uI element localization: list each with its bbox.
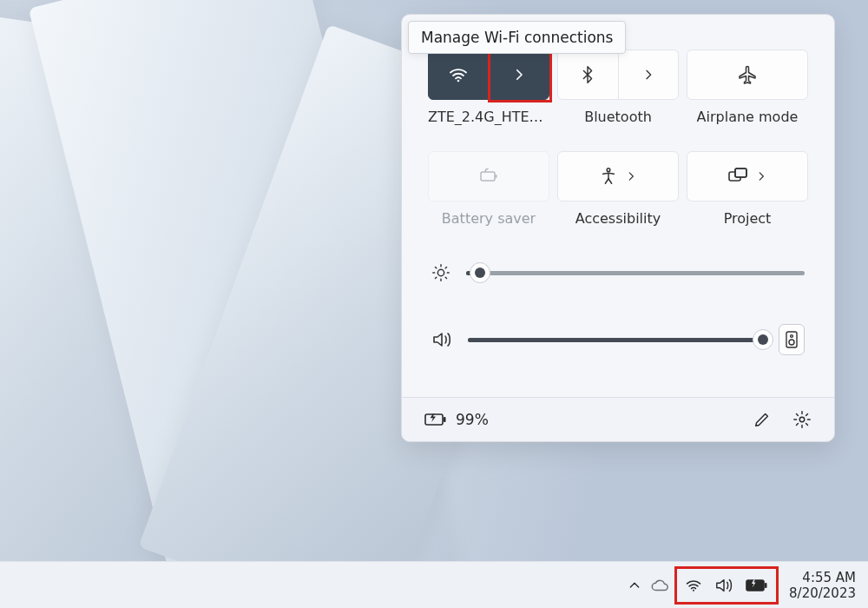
accessibility-icon xyxy=(599,167,618,186)
brightness-slider[interactable] xyxy=(466,271,805,275)
svg-point-9 xyxy=(791,335,793,338)
bluetooth-tile[interactable] xyxy=(557,50,679,100)
chevron-right-icon xyxy=(641,68,655,82)
settings-button[interactable] xyxy=(792,410,812,429)
panel-footer: 99% xyxy=(402,397,834,441)
battery-saver-label: Battery saver xyxy=(442,210,536,227)
svg-rect-16 xyxy=(765,583,767,588)
speaker-select-icon xyxy=(785,330,799,349)
wifi-tile-label: ZTE_2.4G_HTE9xV xyxy=(428,109,549,125)
clock-time: 4:55 AM xyxy=(802,570,856,585)
taskbar-clock[interactable]: 4:55 AM 8/20/2023 xyxy=(789,570,856,601)
tile-row-2: Battery saver Accessibility xyxy=(428,151,808,227)
volume-icon xyxy=(714,577,733,594)
pencil-icon xyxy=(753,410,772,429)
brightness-row xyxy=(431,263,805,282)
svg-point-10 xyxy=(789,340,794,345)
airplane-icon xyxy=(737,64,758,85)
clock-date: 8/20/2023 xyxy=(789,585,856,601)
battery-text: 99% xyxy=(456,411,489,428)
tooltip-text: Manage Wi-Fi connections xyxy=(421,29,613,46)
battery-saver-tile xyxy=(428,151,549,202)
system-tray: 4:55 AM 8/20/2023 xyxy=(628,570,856,601)
svg-point-14 xyxy=(693,589,694,591)
wifi-manage-button[interactable] xyxy=(489,50,549,99)
quick-settings-panel: ZTE_2.4G_HTE9xV Bluetooth xyxy=(401,14,835,442)
airplane-tile-label: Airplane mode xyxy=(697,109,799,125)
volume-slider[interactable] xyxy=(468,338,763,342)
svg-point-0 xyxy=(457,80,460,83)
gear-icon xyxy=(792,410,812,429)
battery-icon xyxy=(424,412,447,427)
accessibility-label: Accessibility xyxy=(575,210,661,227)
network-volume-battery-button[interactable] xyxy=(678,573,775,598)
onedrive-tray[interactable] xyxy=(650,578,669,592)
svg-rect-11 xyxy=(425,414,443,425)
wifi-manage-tooltip: Manage Wi-Fi connections xyxy=(408,21,626,54)
svg-rect-1 xyxy=(481,172,495,181)
tray-overflow-button[interactable] xyxy=(628,578,641,592)
wifi-icon xyxy=(685,577,702,594)
battery-icon xyxy=(746,578,768,592)
svg-point-13 xyxy=(799,417,805,422)
tile-row-1: ZTE_2.4G_HTE9xV Bluetooth xyxy=(428,50,808,125)
bluetooth-manage-button[interactable] xyxy=(618,50,679,99)
airplane-mode-tile[interactable] xyxy=(687,50,808,100)
chevron-right-icon xyxy=(755,170,767,182)
project-tile[interactable] xyxy=(687,151,808,202)
cloud-icon xyxy=(650,578,669,592)
volume-row xyxy=(431,324,805,355)
taskbar: 4:55 AM 8/20/2023 xyxy=(0,561,868,608)
bluetooth-icon xyxy=(578,65,597,84)
wifi-toggle[interactable] xyxy=(429,50,489,99)
battery-saver-icon xyxy=(477,167,500,186)
volume-icon xyxy=(431,330,452,349)
svg-point-3 xyxy=(607,169,610,172)
battery-status[interactable]: 99% xyxy=(424,411,489,428)
chevron-right-icon xyxy=(625,170,637,182)
svg-point-7 xyxy=(437,269,444,275)
bluetooth-toggle[interactable] xyxy=(558,50,618,99)
svg-rect-15 xyxy=(746,580,764,591)
sliders-section xyxy=(428,263,808,355)
audio-output-button[interactable] xyxy=(779,324,805,355)
accessibility-tile[interactable] xyxy=(557,151,679,202)
wifi-tile[interactable] xyxy=(428,50,549,100)
svg-rect-12 xyxy=(444,417,446,422)
caret-up-icon xyxy=(628,578,641,592)
bluetooth-tile-label: Bluetooth xyxy=(584,109,652,125)
wifi-icon xyxy=(448,64,469,85)
chevron-right-icon xyxy=(511,67,527,83)
project-icon xyxy=(727,168,748,185)
brightness-icon xyxy=(431,263,450,282)
svg-rect-5 xyxy=(735,169,746,177)
edit-quick-settings-button[interactable] xyxy=(753,410,772,429)
project-label: Project xyxy=(724,210,772,227)
svg-rect-2 xyxy=(496,175,497,178)
